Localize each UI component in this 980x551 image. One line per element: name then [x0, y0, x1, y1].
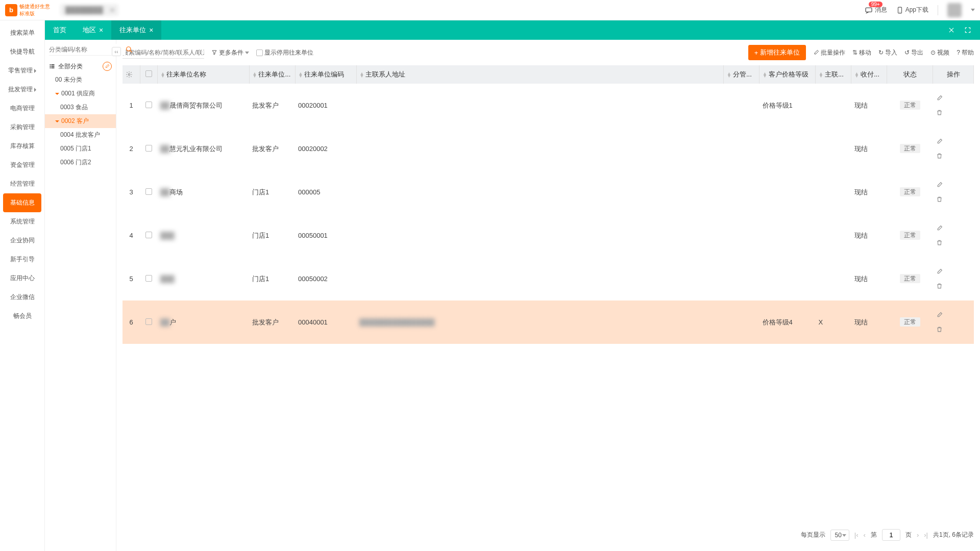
table-row[interactable]: 6██户批发客户00040001████████████████价格等级4X现结… [122, 300, 974, 344]
close-icon[interactable]: × [99, 26, 103, 34]
data-table: ▲▼往来单位名称 ▲▼往来单位... ▲▼往来单位编码 ▲▼主联系人地址 ▲▼分… [122, 65, 974, 344]
row-checkbox[interactable] [145, 145, 152, 152]
checkbox-column[interactable] [140, 65, 157, 84]
show-disabled-checkbox[interactable]: 显示停用往来单位 [256, 48, 313, 57]
tree-node[interactable]: 0004 批发客户 [45, 128, 116, 142]
edit-icon[interactable] [103, 62, 112, 71]
search-input[interactable] [122, 47, 204, 59]
col-code[interactable]: ▲▼往来单位编码 [295, 65, 356, 84]
per-page-label: 每页显示 [801, 531, 825, 539]
import-icon: ↻ [878, 49, 884, 56]
tree-node[interactable]: 0001 供应商 [45, 87, 116, 101]
sidebar-item[interactable]: 企业微信 [0, 288, 44, 307]
app-download-button[interactable]: App下载 [896, 6, 928, 14]
row-checkbox[interactable] [145, 102, 152, 108]
table-row[interactable]: 5███门店100050002现结正常 [122, 257, 974, 300]
svg-rect-9 [50, 67, 51, 68]
page-input[interactable] [882, 529, 900, 541]
col-name[interactable]: ▲▼往来单位名称 [157, 65, 249, 84]
status-badge: 正常 [900, 144, 920, 153]
row-checkbox[interactable] [145, 188, 152, 195]
sidebar-item[interactable]: 电商管理 [0, 99, 44, 118]
sidebar-item[interactable]: 企业协同 [0, 231, 44, 250]
first-page-icon[interactable]: |‹ [854, 531, 859, 539]
more-filter-button[interactable]: 更多条件 [211, 48, 249, 57]
table-row[interactable]: 2██慧元乳业有限公司批发客户00020002现结正常 [122, 127, 974, 170]
col-contact[interactable]: ▲▼主联... [816, 65, 851, 84]
sidebar-item[interactable]: 畅会员 [0, 307, 44, 325]
sidebar-item[interactable]: 新手引导 [0, 250, 44, 269]
collapse-tree-icon[interactable]: ‹‹ [112, 47, 121, 56]
edit-icon[interactable] [936, 138, 971, 145]
tree-node[interactable]: 0003 食品 [45, 101, 116, 114]
close-icon[interactable]: × [149, 26, 153, 34]
sidebar-item[interactable]: 采购管理 [0, 118, 44, 137]
col-manager[interactable]: ▲▼分管... [724, 65, 760, 84]
import-button[interactable]: ↻ 导入 [878, 48, 897, 57]
per-page-select[interactable]: 50 [830, 530, 849, 541]
delete-icon[interactable] [936, 326, 971, 333]
sidebar-item[interactable]: 系统管理 [0, 212, 44, 231]
avatar[interactable] [947, 3, 962, 17]
col-payment[interactable]: ▲▼收付... [851, 65, 887, 84]
export-button[interactable]: ↺ 导出 [904, 48, 923, 57]
table-area: 更多条件 显示停用往来单位 + 新增往来单位 [116, 40, 980, 551]
col-address[interactable]: ▲▼主联系人地址 [356, 65, 724, 84]
edit-icon[interactable] [936, 268, 971, 275]
edit-icon[interactable] [936, 225, 971, 232]
table-row[interactable]: 4███门店100050001现结正常 [122, 214, 974, 257]
row-checkbox[interactable] [145, 232, 152, 238]
col-type[interactable]: ▲▼往来单位... [249, 65, 295, 84]
video-button[interactable]: ⊙ 视频 [930, 48, 949, 57]
close-tab-icon[interactable] [945, 24, 958, 36]
edit-icon[interactable] [936, 182, 971, 188]
col-status[interactable]: 状态 [887, 65, 933, 84]
chevron-down-icon [245, 52, 249, 54]
next-page-icon[interactable]: › [917, 531, 919, 539]
gear-column[interactable] [122, 65, 140, 84]
tree-node[interactable]: 0002 客户 [45, 114, 116, 128]
logo-text: 畅捷通好生意 标准版 [19, 3, 50, 17]
delete-icon[interactable] [936, 239, 971, 246]
status-badge: 正常 [900, 231, 920, 240]
sidebar-item[interactable]: 基础信息 [3, 193, 41, 212]
edit-icon[interactable] [936, 95, 971, 102]
sidebar-item[interactable]: 经营管理 [0, 174, 44, 193]
message-button[interactable]: 消息 99+ [865, 6, 887, 14]
sidebar-item[interactable]: 批发管理 [0, 80, 44, 99]
edit-icon[interactable] [936, 312, 971, 318]
tab[interactable]: 地区× [75, 20, 111, 40]
tree-all-label[interactable]: 全部分类 [58, 62, 83, 71]
delete-icon[interactable] [936, 109, 971, 116]
sidebar-item[interactable]: 快捷导航 [0, 42, 44, 61]
col-price-level[interactable]: ▲▼客户价格等级 [760, 65, 816, 84]
sidebar-item[interactable]: 库存核算 [0, 137, 44, 156]
row-checkbox[interactable] [145, 318, 152, 325]
delete-icon[interactable] [936, 196, 971, 203]
tree-node[interactable]: 00 未分类 [45, 73, 116, 87]
search-icon[interactable] [126, 46, 133, 53]
fullscreen-icon[interactable] [962, 24, 974, 36]
delete-icon[interactable] [936, 153, 971, 159]
table-row[interactable]: 1██晟倩商贸有限公司批发客户00020001价格等级1现结正常 [122, 84, 974, 127]
batch-button[interactable]: 批量操作 [813, 48, 845, 57]
tree-node[interactable]: 0006 门店2 [45, 156, 116, 169]
sidebar-item[interactable]: 资金管理 [0, 156, 44, 174]
sidebar-item[interactable]: 零售管理 [0, 61, 44, 80]
tab[interactable]: 首页 [45, 20, 75, 40]
company-selector[interactable]: ████████ [60, 4, 118, 16]
sidebar-item[interactable]: 应用中心 [0, 269, 44, 288]
tree-node[interactable]: 0005 门店1 [45, 142, 116, 156]
logo: b 畅捷通好生意 标准版 [5, 3, 50, 17]
help-button[interactable]: ? 帮助 [957, 48, 974, 57]
prev-page-icon[interactable]: ‹ [864, 531, 866, 539]
add-new-button[interactable]: + 新增往来单位 [748, 45, 806, 60]
move-button[interactable]: ⇅ 移动 [852, 48, 871, 57]
delete-icon[interactable] [936, 283, 971, 289]
tab[interactable]: 往来单位× [111, 20, 161, 40]
row-checkbox[interactable] [145, 275, 152, 282]
sidebar-item[interactable]: 搜索菜单 [0, 23, 44, 42]
table-row[interactable]: 3██商场门店1000005现结正常 [122, 170, 974, 214]
last-page-icon[interactable]: ›| [924, 531, 928, 539]
chevron-down-icon[interactable] [971, 9, 975, 11]
